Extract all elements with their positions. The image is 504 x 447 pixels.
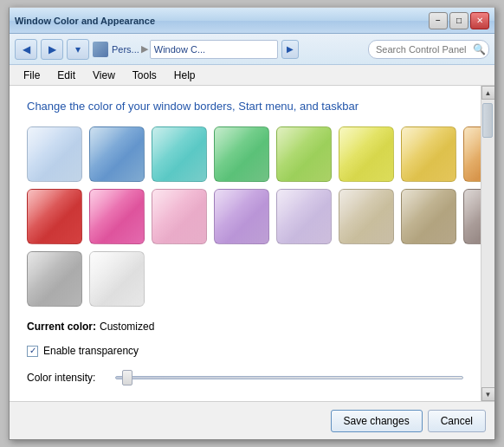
slider-thumb[interactable] (122, 370, 132, 385)
forward-button[interactable]: ▶ (41, 39, 63, 60)
footer: Save changes Cancel (10, 401, 494, 439)
cancel-button[interactable]: Cancel (428, 410, 486, 432)
color-swatch-17[interactable] (27, 251, 82, 307)
color-swatch-5[interactable] (276, 126, 332, 182)
content-area: Change the color of your window borders,… (10, 86, 494, 401)
page-title: Change the color of your window borders,… (27, 100, 463, 113)
color-swatch-18[interactable] (89, 251, 145, 307)
dropdown-button[interactable]: ▾ (67, 39, 89, 60)
close-button[interactable]: ✕ (470, 12, 489, 29)
color-swatch-4[interactable] (214, 126, 269, 182)
transparency-label: Enable transparency (43, 345, 139, 357)
color-swatch-9[interactable] (27, 189, 82, 244)
checkbox-check-icon: ✓ (29, 347, 36, 355)
intensity-label: Color intensity: (27, 372, 105, 384)
color-swatch-13[interactable] (276, 189, 332, 244)
color-swatch-10[interactable] (89, 189, 145, 244)
breadcrumb-text: Pers... ▶ document.getElementById('bc-in… (112, 40, 278, 59)
current-color-row: Current color: Customized (27, 321, 463, 333)
title-bar: Window Color and Appearance − □ ✕ (10, 8, 494, 34)
color-swatch-14[interactable] (339, 189, 394, 244)
color-swatch-6[interactable] (339, 126, 394, 182)
color-swatch-1[interactable] (27, 126, 82, 182)
scrollbar: ▲ ▼ (481, 86, 494, 401)
back-button[interactable]: ◀ (15, 39, 37, 60)
color-swatch-15[interactable] (401, 189, 456, 244)
breadcrumb-input[interactable] (150, 40, 278, 59)
color-swatch-7[interactable] (401, 126, 456, 182)
menu-bar: File Edit View Tools Help (10, 65, 494, 86)
color-swatch-2[interactable] (89, 126, 145, 182)
main-window: Window Color and Appearance − □ ✕ ◀ ▶ ▾ … (9, 7, 495, 440)
color-swatch-12[interactable] (214, 189, 269, 244)
intensity-slider[interactable] (115, 369, 463, 386)
menu-view[interactable]: View (86, 68, 122, 83)
scroll-track[interactable] (481, 100, 495, 387)
maximize-button[interactable]: □ (449, 12, 468, 29)
nav-arrow[interactable]: ▶ (281, 40, 299, 59)
transparency-row: ✓ Enable transparency (27, 345, 463, 357)
intensity-row: Color intensity: (27, 369, 463, 386)
save-changes-button[interactable]: Save changes (331, 410, 423, 432)
menu-tools[interactable]: Tools (126, 68, 164, 83)
window-title: Window Color and Appearance (15, 16, 429, 26)
title-bar-buttons: − □ ✕ (429, 12, 489, 29)
scroll-thumb[interactable] (482, 103, 493, 138)
color-swatch-3[interactable] (152, 126, 207, 182)
menu-file[interactable]: File (16, 68, 47, 83)
nav-bar: ◀ ▶ ▾ Pers... ▶ document.getElementById(… (10, 34, 494, 65)
minimize-button[interactable]: − (429, 12, 448, 29)
breadcrumb-part1[interactable]: Pers... (112, 44, 139, 55)
transparency-checkbox[interactable]: ✓ (27, 346, 38, 357)
search-input[interactable] (368, 40, 489, 59)
scroll-up-button[interactable]: ▲ (481, 86, 495, 100)
color-swatch-11[interactable] (152, 189, 207, 244)
breadcrumb: Pers... ▶ document.getElementById('bc-in… (93, 40, 365, 59)
slider-track (115, 376, 463, 379)
search-area: (function(){ const d = JSON.parse(docume… (368, 40, 489, 59)
search-icon[interactable]: 🔍 (472, 42, 486, 56)
current-color-label: Current color: (27, 321, 96, 333)
current-color-value: Customized (100, 321, 154, 333)
color-grid (27, 126, 463, 307)
color-swatch-8[interactable] (463, 126, 481, 182)
menu-help[interactable]: Help (167, 68, 203, 83)
menu-edit[interactable]: Edit (50, 68, 82, 83)
main-content: Change the color of your window borders,… (10, 86, 481, 401)
scroll-down-button[interactable]: ▼ (481, 387, 495, 401)
color-swatch-16[interactable] (463, 189, 481, 244)
breadcrumb-icon (93, 42, 108, 57)
breadcrumb-sep: ▶ (141, 43, 148, 55)
